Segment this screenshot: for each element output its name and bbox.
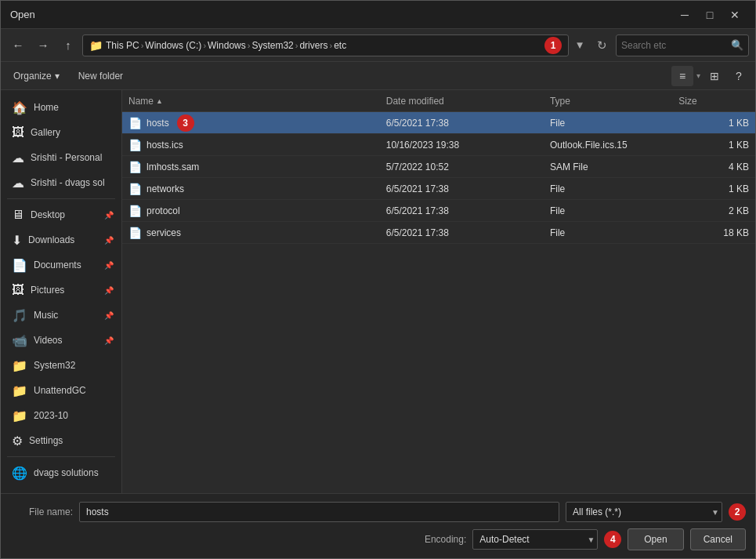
pictures-icon: 🖼 (12, 283, 24, 297)
bottom-bar: File name: All files (*.*) ▼ 2 Encoding:… (1, 493, 755, 558)
downloads-icon: ⬇ (12, 233, 22, 248)
sidebar-item-srishti-personal[interactable]: ☁ Srishti - Personal (2, 145, 120, 170)
sidebar-item-music[interactable]: 🎵 Music 📌 (2, 303, 120, 328)
cancel-button[interactable]: Cancel (690, 528, 746, 550)
sidebar: 🏠 Home 🖼 Gallery ☁ Srishti - Personal ☁ … (1, 90, 122, 493)
file-type-lmhosts: SAM File (550, 162, 678, 172)
sidebar-item-pictures[interactable]: 🖼 Pictures 📌 (2, 278, 120, 303)
action-bar: Organize ▾ New folder ≡ ▾ ⊞ ? (1, 62, 755, 90)
file-size-services: 18 KB (678, 227, 755, 238)
sidebar-item-settings[interactable]: ⚙ Settings (2, 428, 120, 453)
file-date-hosts: 6/5/2021 17:38 (386, 118, 550, 129)
file-size-lmhosts: 4 KB (678, 162, 755, 172)
annotation-4: 4 (604, 531, 621, 548)
encoding-row: Encoding: Auto-Detect ▼ 4 Open Cancel (10, 528, 746, 550)
sidebar-divider-1 (7, 198, 115, 199)
crumb-system32: System32 (251, 40, 293, 51)
sidebar-item-dvags-solutions[interactable]: 🌐 dvags solutions (2, 460, 120, 485)
pin-icon-videos: 📌 (104, 336, 114, 345)
file-size-networks: 1 KB (678, 183, 755, 194)
column-header-type[interactable]: Type (550, 96, 678, 107)
home-icon: 🏠 (12, 100, 27, 115)
file-row-protocol[interactable]: 📄 protocol 6/5/2021 17:38 File 2 KB (122, 200, 755, 222)
view-details-button[interactable]: ≡ (671, 66, 693, 86)
forward-button[interactable]: → (32, 34, 54, 56)
pin-icon-documents: 📌 (104, 261, 114, 270)
file-icon-networks: 📄 (128, 183, 142, 195)
unattendgc-icon: 📁 (12, 383, 27, 398)
folder-icon: 📁 (89, 39, 103, 52)
help-button[interactable]: ? (729, 66, 749, 86)
file-name-hosts: hosts (146, 118, 169, 129)
address-bar[interactable]: 📁 This PC › Windows (C:) › Windows › Sys… (82, 34, 569, 56)
encoding-label: Encoding: (425, 534, 466, 545)
sidebar-item-system32[interactable]: 📁 System32 (2, 353, 120, 378)
desktop-icon: 🖥 (12, 208, 24, 222)
gallery-icon: 🖼 (12, 125, 24, 140)
cloud-personal-icon: ☁ (12, 151, 24, 165)
open-button[interactable]: Open (628, 528, 683, 550)
sort-asc-icon: ▲ (156, 97, 163, 105)
file-type-hosts: File (550, 118, 678, 129)
refresh-button[interactable]: ↻ (591, 34, 613, 56)
crumb-thispc: This PC (106, 40, 139, 51)
sidebar-item-videos[interactable]: 📹 Videos 📌 (2, 328, 120, 353)
file-type-select[interactable]: All files (*.*) (566, 502, 722, 522)
sidebar-item-downloads[interactable]: ⬇ Downloads 📌 (2, 227, 120, 252)
file-row-networks[interactable]: 📄 networks 6/5/2021 17:38 File 1 KB (122, 178, 755, 200)
crumb-windows-c: Windows (C:) (145, 40, 201, 51)
close-button[interactable]: ✕ (724, 6, 746, 24)
view-controls: ≡ ▾ ⊞ ? (671, 66, 749, 86)
annotation-2: 2 (729, 503, 746, 521)
sidebar-item-home[interactable]: 🏠 Home (2, 95, 120, 120)
file-row-hosts[interactable]: 📄 hosts 3 6/5/2021 17:38 File 1 KB (122, 112, 755, 134)
sidebar-item-documents[interactable]: 📄 Documents 📌 (2, 252, 120, 278)
file-scroll-area: 📄 hosts 3 6/5/2021 17:38 File 1 KB 📄 hos… (122, 112, 755, 493)
music-icon: 🎵 (12, 308, 27, 323)
system32-icon: 📁 (12, 358, 27, 373)
maximize-button[interactable]: □ (699, 6, 721, 24)
annotation-1: 1 (544, 37, 562, 54)
sidebar-item-srishti-dvags[interactable]: ☁ Srishti - dvags sol (2, 170, 120, 195)
sidebar-item-gallery[interactable]: 🖼 Gallery (2, 120, 120, 145)
window-controls: ─ □ ✕ (674, 6, 746, 24)
videos-icon: 📹 (12, 333, 27, 348)
file-type-services: File (550, 227, 678, 238)
file-name-networks: networks (146, 183, 184, 194)
folder-2023-icon: 📁 (12, 408, 27, 423)
view-dropdown-icon: ▾ (696, 71, 700, 80)
minimize-button[interactable]: ─ (674, 6, 696, 24)
filename-input[interactable] (79, 502, 559, 522)
search-input[interactable] (621, 40, 728, 51)
view-tiles-button[interactable]: ⊞ (704, 66, 725, 86)
address-dropdown-button[interactable]: ▼ (572, 34, 588, 56)
file-name-services: services (146, 227, 181, 238)
sidebar-item-2023-10[interactable]: 📁 2023-10 (2, 403, 120, 428)
file-area: Name ▲ Date modified Type Size 📄 (122, 90, 755, 493)
pin-icon-music: 📌 (104, 311, 114, 320)
annotation-3: 3 (177, 114, 194, 132)
column-header-date[interactable]: Date modified (386, 96, 550, 107)
encoding-select[interactable]: Auto-Detect (472, 529, 598, 550)
file-row-lmhosts[interactable]: 📄 lmhosts.sam 5/7/2022 10:52 SAM File 4 … (122, 156, 755, 178)
file-type-protocol: File (550, 205, 678, 216)
file-date-networks: 6/5/2021 17:38 (386, 183, 550, 194)
new-folder-button[interactable]: New folder (72, 68, 129, 84)
back-button[interactable]: ← (7, 34, 29, 56)
settings-icon: ⚙ (12, 434, 23, 448)
organize-button[interactable]: Organize ▾ (7, 68, 66, 84)
sidebar-divider-2 (7, 456, 115, 457)
file-type-hosts-ics: Outlook.File.ics.15 (550, 140, 678, 151)
sidebar-item-desktop[interactable]: 🖥 Desktop 📌 (2, 202, 120, 227)
sidebar-item-this-pc[interactable]: 💻 This PC (2, 485, 120, 493)
crumb-drivers: drivers (299, 40, 327, 51)
column-header-size[interactable]: Size (678, 96, 755, 107)
file-date-hosts-ics: 10/16/2023 19:38 (386, 140, 550, 151)
main-content: 🏠 Home 🖼 Gallery ☁ Srishti - Personal ☁ … (1, 90, 755, 493)
column-header-name[interactable]: Name ▲ (122, 96, 386, 107)
file-icon-protocol: 📄 (128, 205, 142, 217)
up-button[interactable]: ↑ (57, 34, 79, 56)
sidebar-item-unattendgc[interactable]: 📁 UnattendGC (2, 378, 120, 403)
file-row-services[interactable]: 📄 services 6/5/2021 17:38 File 18 KB (122, 222, 755, 244)
file-row-hosts-ics[interactable]: 📄 hosts.ics 10/16/2023 19:38 Outlook.Fil… (122, 134, 755, 156)
